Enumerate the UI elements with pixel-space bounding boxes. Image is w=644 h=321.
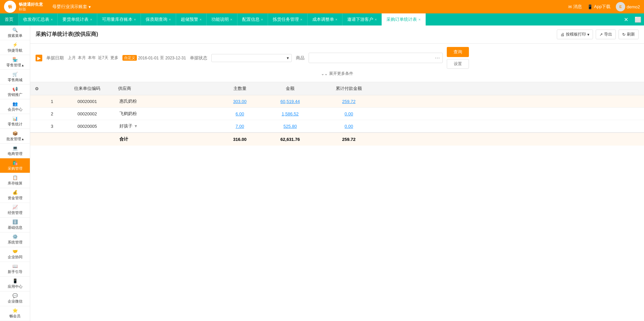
goods-input[interactable]: ··· <box>309 53 443 63</box>
row1-checkbox[interactable] <box>30 95 44 108</box>
refresh-btn[interactable]: ↻ 刷新 <box>619 30 639 39</box>
tab-label: 收发存汇总表 <box>23 16 49 22</box>
tab-peizhi[interactable]: 配置信息 × <box>237 13 268 25</box>
tab-chaochuyujing[interactable]: 超储预警 × <box>176 13 207 25</box>
col-num-header <box>44 82 60 95</box>
sidebar-item-search[interactable]: 🔍 搜索菜单 <box>0 25 30 40</box>
row3-amount-link[interactable]: 525.80 <box>283 124 297 129</box>
row2-num: 2 <box>44 108 60 120</box>
row1-paid-link[interactable]: 259.72 <box>342 99 356 104</box>
sidebar-item-qiyew[interactable]: 💬 企业微信 <box>0 291 30 306</box>
row2-paid-link[interactable]: 0.00 <box>344 111 353 116</box>
row3-paid[interactable]: 0.00 <box>315 120 382 133</box>
tab-pinhuo[interactable]: 拣货任务管理 × <box>268 13 307 25</box>
tab-gongneng[interactable]: 功能说明 × <box>207 13 237 25</box>
row1-amount[interactable]: 60,519.44 <box>265 95 315 108</box>
date-7days[interactable]: 近7天 <box>98 55 108 61</box>
tab-close-icon[interactable]: × <box>418 17 420 21</box>
box-icon: 📦 <box>12 131 18 136</box>
sidebar-item-jingying[interactable]: 📈 经营管理 <box>0 203 30 218</box>
maximize-btn[interactable]: ⬜ <box>632 13 644 25</box>
col-amount-header[interactable]: 金额 <box>265 82 315 95</box>
date-more[interactable]: 更多 <box>110 55 118 61</box>
row2-qty-link[interactable]: 6.00 <box>235 111 244 116</box>
footer-paid: 259.72 <box>315 132 382 146</box>
sidebar-item-chang[interactable]: ⭐ 畅会员 <box>0 306 30 321</box>
sidebar-item-zijin[interactable]: 💰 资金管理 <box>0 188 30 203</box>
sidebar-item-xinshou[interactable]: 📖 新手引导 <box>0 262 30 277</box>
tab-yaoqing[interactable]: 邀请下游客户 × <box>342 13 382 25</box>
row2-checkbox[interactable] <box>30 108 44 120</box>
sidebar-item-caigou[interactable]: 🛍️ 采购管理 <box>0 158 30 173</box>
col-supplier-header[interactable]: 供应商 <box>114 82 215 95</box>
tab-home[interactable]: 首页 <box>0 13 18 25</box>
sidebar-item-yingyong[interactable]: 📱 应用中心 <box>0 277 30 291</box>
template-print-btn[interactable]: 🖨 按模板打印 ▾ <box>557 30 593 39</box>
sidebar-item-lingshous[interactable]: 🛒 零售商城 <box>0 70 30 85</box>
account-dropdown[interactable]: 母婴行业演示账套 ▾ <box>52 4 91 10</box>
tab-shoufahuizong[interactable]: 收发存汇总表 × <box>18 13 58 25</box>
expand-down-icon: ⌄⌄ <box>321 71 328 76</box>
row2-paid[interactable]: 0.00 <box>315 108 382 120</box>
row1-qty-link[interactable]: 303.00 <box>233 99 247 104</box>
col-code-header[interactable]: 往来单位编码 <box>60 82 114 95</box>
col-paid-header[interactable]: 累计付款金额 <box>315 82 382 95</box>
row2-amount[interactable]: 1,586.52 <box>265 108 315 120</box>
export-btn[interactable]: ↗ 导出 <box>596 30 616 39</box>
tab-close-icon[interactable]: × <box>230 17 232 21</box>
sidebar-item-pifa[interactable]: 📦 批发管理▴ <box>0 129 30 144</box>
tab-close-icon[interactable]: × <box>90 17 92 21</box>
message-btn[interactable]: ✉ 消息 <box>568 4 582 10</box>
sidebar-item-xitong[interactable]: ⚙️ 系统管理 <box>0 232 30 247</box>
setting-btn[interactable]: 设置 <box>447 59 469 69</box>
sidebar-item-yingxiao[interactable]: 📢 营销推广 <box>0 85 30 99</box>
status-select[interactable]: ▾ <box>211 54 292 62</box>
expand-more-btn[interactable]: ⌄⌄ 展开更多条件 <box>36 69 639 78</box>
app-download-label: App下载 <box>594 4 610 10</box>
tab-close-icon[interactable]: × <box>200 17 202 21</box>
goods-dots-btn[interactable]: ··· <box>435 54 440 61</box>
close-tab-btn[interactable]: ✕ <box>620 13 632 25</box>
row1-qty[interactable]: 303.00 <box>215 95 265 108</box>
tab-close-icon[interactable]: × <box>335 17 337 21</box>
row3-qty-link[interactable]: 7.00 <box>235 124 244 129</box>
app-download-btn[interactable]: 📱 App下载 <box>587 4 610 10</box>
tab-keyongliang[interactable]: 可用量库存账本 × <box>97 13 141 25</box>
tab-close-icon[interactable]: × <box>375 17 377 21</box>
col-settings[interactable]: ⚙ <box>30 82 44 95</box>
row3-paid-link[interactable]: 0.00 <box>344 124 353 129</box>
col-qty-header[interactable]: 主数量 <box>215 82 265 95</box>
sidebar-item-kucun[interactable]: 📋 库存核算 <box>0 173 30 188</box>
date-last-month[interactable]: 上月 <box>68 55 76 61</box>
sidebar-item-qiye[interactable]: 🤝 企业协同 <box>0 247 30 262</box>
row1-paid[interactable]: 259.72 <box>315 95 382 108</box>
tab-baoguan[interactable]: 保质期查询 × <box>141 13 176 25</box>
row3-amount[interactable]: 525.80 <box>265 120 315 133</box>
search-icon: 🔍 <box>12 28 18 33</box>
row3-checkbox[interactable] <box>30 120 44 133</box>
tab-caigou[interactable]: 采购订单统计表 × <box>382 13 425 25</box>
user-profile[interactable]: E demo2 <box>616 2 640 11</box>
sidebar-item-lingshou[interactable]: 🏪 零售管理▴ <box>0 55 30 70</box>
tab-chengben[interactable]: 成本调整单 × <box>308 13 342 25</box>
tab-close-icon[interactable]: × <box>51 17 53 21</box>
sidebar-item-lingshouk[interactable]: 📊 零售统计 <box>0 114 30 129</box>
row3-qty[interactable]: 7.00 <box>215 120 265 133</box>
row2-qty[interactable]: 6.00 <box>215 108 265 120</box>
sidebar-item-dianshang[interactable]: 💻 电商管理 <box>0 144 30 158</box>
row2-amount-link[interactable]: 1,586.52 <box>282 111 299 116</box>
tab-yaohuodantongji[interactable]: 要货单统计表 × <box>58 13 97 25</box>
sidebar-item-jichu[interactable]: ℹ️ 基础信息 <box>0 218 30 232</box>
tab-close-icon[interactable]: × <box>134 17 136 21</box>
row3-supplier: 好孩子 ▼ <box>114 120 215 132</box>
date-this-month[interactable]: 本月 <box>78 55 86 61</box>
tab-close-icon[interactable]: × <box>169 17 171 21</box>
sidebar-item-huiyuan[interactable]: 👥 会员中心 <box>0 99 30 114</box>
tab-close-icon[interactable]: × <box>261 17 263 21</box>
search-btn[interactable]: 查询 <box>447 47 469 57</box>
date-this-year[interactable]: 本年 <box>88 55 96 61</box>
tab-close-icon[interactable]: × <box>300 17 302 21</box>
filter-toggle-btn[interactable]: ▶ <box>36 55 42 61</box>
row1-amount-link[interactable]: 60,519.44 <box>280 99 300 104</box>
sidebar-item-kuaijie[interactable]: ⚡ 快捷导航 <box>0 40 30 55</box>
